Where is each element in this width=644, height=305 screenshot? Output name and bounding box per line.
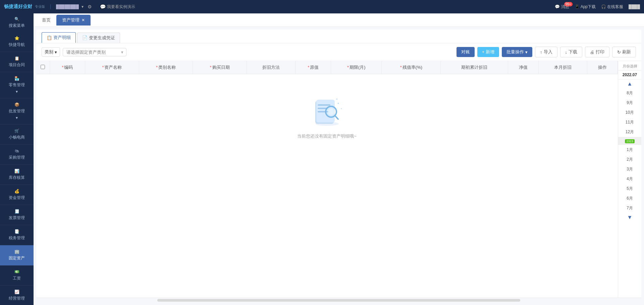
payroll-icon: 💵 (14, 269, 19, 274)
sidebar: 🔍 搜索菜单 ⭐ 快捷导航 📋 项目合同 🏪 零售管理 ▾ 📦 批发管理 ▾ 🛒… (0, 13, 34, 305)
sidebar-item-purchase[interactable]: 🛍 采购管理 (0, 145, 34, 165)
fixed-assets-icon: 🏢 (14, 249, 19, 254)
download-icon: ↓ (565, 50, 568, 55)
retail-arrow: ▾ (16, 89, 18, 94)
col-action: 操作 (587, 61, 618, 74)
operations-icon: 📈 (14, 290, 19, 294)
reconcile-button[interactable]: 对账 (457, 47, 475, 57)
dropdown-arrow[interactable]: ▾ (82, 4, 84, 9)
batch-button[interactable]: 批量操作 ▾ (502, 47, 532, 57)
quick-nav-icon: ⭐ (14, 36, 19, 41)
app-download-button[interactable]: 📱 App下载 (575, 4, 596, 10)
month-7[interactable]: 7月 (618, 203, 641, 213)
company-name[interactable]: ████████ (56, 4, 79, 9)
horizontal-scrollbar[interactable] (36, 298, 641, 302)
ecommerce-icon: 🛒 (14, 129, 19, 133)
batch-dropdown-icon: ▾ (525, 50, 528, 55)
col-period: *期限(月) (331, 61, 382, 74)
settings-icon[interactable]: ⚙ (88, 4, 92, 9)
tab-home[interactable]: 首页 (36, 15, 56, 26)
month-5[interactable]: 5月 (618, 184, 641, 194)
sidebar-item-retail[interactable]: 🏪 零售管理 ▾ (0, 72, 34, 98)
month-10[interactable]: 10月 (618, 108, 641, 117)
sidebar-item-project[interactable]: 📋 项目合同 (0, 52, 34, 72)
search-icon: 🔍 (14, 17, 19, 21)
empty-state: ✦ ✦ ✦ 当前您还没有固定资产明细哦~ (36, 74, 618, 159)
col-category: *类别名称 (139, 61, 193, 74)
category-input[interactable] (63, 48, 126, 56)
app-edition: 专业版 (35, 4, 45, 9)
month-11[interactable]: 11月 (618, 117, 641, 127)
sidebar-search[interactable]: 🔍 搜索菜单 (0, 13, 34, 32)
message-button[interactable]: 💬 消息 99+ (555, 4, 569, 10)
tab-close-icon[interactable]: ✕ (82, 18, 85, 22)
month-12[interactable]: 12月 (618, 127, 641, 137)
month-9[interactable]: 9月 (618, 98, 641, 108)
online-service-button[interactable]: 🎧 在线客服 (601, 4, 623, 10)
svg-rect-5 (318, 111, 329, 112)
current-year-month: 2022.07 (618, 70, 641, 80)
month-2[interactable]: 2月 (618, 155, 641, 164)
sidebar-item-inventory[interactable]: 📊 库存核算 (0, 165, 34, 185)
inventory-icon: 📊 (14, 169, 19, 173)
toolbar: 类别 ▾ ▾ 对账 + 新增 批量操作 ▾ (36, 43, 641, 61)
tax-icon: 📑 (14, 229, 19, 234)
month-panel-header: 月份选择 (618, 61, 641, 70)
col-asset-name: *资产名称 (85, 61, 139, 74)
sidebar-item-finance[interactable]: 💰 资金管理 (0, 185, 34, 205)
demo-link[interactable]: 💬 我要看实例演示 (100, 4, 135, 10)
asset-table: *编码 *资产名称 *类别名称 *购买日期 折旧方法 *原值 *期限(月) *残… (36, 61, 618, 159)
month-panel: 月份选择 2022.07 ▲ 8月 9月 10月 11月 12月 2023 1月… (618, 61, 641, 298)
sidebar-item-payroll[interactable]: 💵 工资 (0, 265, 34, 286)
empty-text: 当前您还没有固定资产明细哦~ (297, 133, 357, 139)
message-icon: 💬 (555, 4, 560, 9)
col-original-value: *原值 (296, 61, 331, 74)
col-monthly-depreciation: 本月折旧 (538, 61, 587, 74)
sidebar-item-tax[interactable]: 📑 税务管理 (0, 225, 34, 245)
month-8[interactable]: 8月 (618, 88, 641, 98)
filter-arrow: ▾ (55, 50, 57, 55)
finance-icon: 💰 (14, 189, 19, 194)
svg-rect-3 (318, 104, 330, 106)
asset-detail-icon: 📋 (47, 35, 52, 40)
month-1[interactable]: 1月 (618, 145, 641, 155)
inner-tabs: 📋 资产明细 📄 变更生成凭证 (36, 30, 641, 43)
svg-text:✦: ✦ (337, 102, 339, 105)
category-filter[interactable]: 类别 ▾ (42, 47, 60, 57)
user-info[interactable]: ████ (629, 4, 640, 9)
sidebar-item-operations[interactable]: 📈 经营管理 (0, 286, 34, 305)
sidebar-item-quick-nav[interactable]: ⭐ 快捷导航 (0, 32, 34, 52)
wholesale-arrow: ▾ (16, 115, 18, 120)
month-3[interactable]: 3月 (618, 164, 641, 174)
download-button[interactable]: ↓ 下载 (560, 47, 583, 57)
svg-point-7 (328, 108, 334, 115)
content-area: 首页 资产管理 ✕ 📋 资产明细 📄 变更生成凭证 (34, 13, 644, 305)
page-content: 📋 资产明细 📄 变更生成凭证 类别 ▾ ▾ (36, 30, 641, 302)
tab-asset-management[interactable]: 资产管理 ✕ (56, 15, 91, 26)
divider (50, 4, 51, 9)
sidebar-item-invoice[interactable]: 🧾 发票管理 (0, 205, 34, 225)
print-button[interactable]: 🖨 打印 (585, 47, 609, 57)
select-all-checkbox[interactable] (41, 65, 45, 69)
month-down-nav[interactable]: ▼ (626, 213, 634, 222)
month-up-nav[interactable]: ▲ (618, 80, 641, 88)
refresh-icon: ↻ (617, 50, 621, 55)
inner-tab-change-voucher[interactable]: 📄 变更生成凭证 (77, 33, 120, 43)
add-button[interactable]: + 新增 (477, 47, 499, 57)
sidebar-item-wholesale[interactable]: 📦 批发管理 ▾ (0, 98, 34, 124)
col-net-value: 净值 (508, 61, 538, 74)
col-code: *编码 (50, 61, 85, 74)
month-4[interactable]: 4月 (618, 174, 641, 184)
sidebar-item-ecommerce[interactable]: 🛒 小畅电商 (0, 124, 34, 145)
headset-icon: 🎧 (601, 4, 606, 9)
month-6[interactable]: 6月 (618, 194, 641, 203)
import-button[interactable]: ↑ 导入 (535, 47, 557, 57)
col-purchase-date: *购买日期 (193, 61, 247, 74)
svg-text:✦: ✦ (340, 108, 342, 110)
inner-tab-asset-detail[interactable]: 📋 资产明细 (42, 32, 76, 43)
refresh-button[interactable]: ↻ 刷新 (612, 47, 636, 57)
sidebar-item-fixed-assets[interactable]: 🏢 固定资产 (0, 245, 34, 265)
invoice-icon: 🧾 (14, 209, 19, 214)
svg-line-8 (335, 115, 338, 119)
col-accumulated-depreciation: 期初累计折旧 (441, 61, 508, 74)
